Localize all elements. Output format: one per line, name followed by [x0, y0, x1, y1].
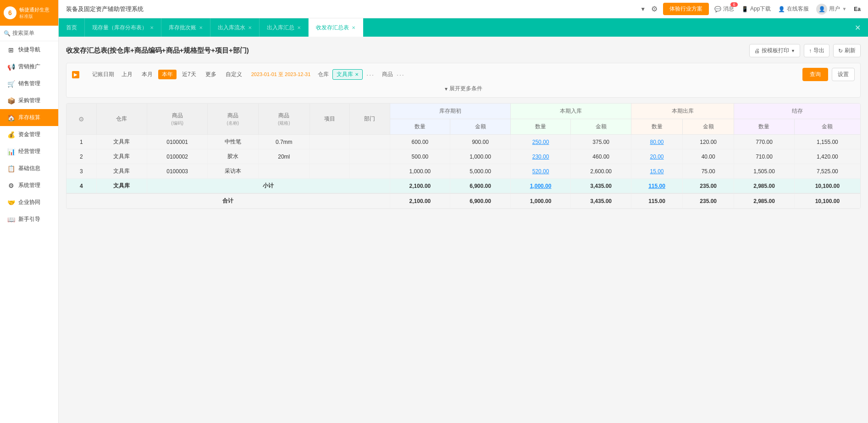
col-outbound-qty: 数量	[631, 119, 682, 135]
refresh-label: 刷新	[845, 47, 856, 55]
row3-opening-qty: 1,000.00	[390, 164, 450, 179]
notification-badge: 6	[730, 2, 738, 7]
tab-inout-summary-close[interactable]: ✕	[297, 25, 301, 30]
warehouse-label: 仓库	[318, 71, 329, 78]
date-option-more[interactable]: 更多	[202, 70, 220, 79]
tab-receive-summary[interactable]: 收发存汇总表 ✕	[309, 18, 363, 37]
finance-icon: 💰	[7, 131, 15, 138]
sidebar-item-system[interactable]: ⚙ 系统管理	[0, 177, 58, 194]
date-option-this-month[interactable]: 本月	[138, 70, 156, 79]
sidebar-item-inventory[interactable]: 🏠 库存核算	[0, 109, 58, 126]
sidebar-label-cooperation: 企业协同	[18, 198, 40, 206]
filter-bar: ▶ 记账日期 上月 本月 本年 近7天 更多 自定义 2023-01-01 至 …	[66, 63, 861, 98]
online-service-item[interactable]: 👤 在线客服	[778, 5, 809, 13]
col-settings-header[interactable]: ⚙	[66, 104, 96, 135]
refresh-btn[interactable]: ↻ 刷新	[833, 44, 861, 57]
date-option-custom[interactable]: 自定义	[222, 70, 246, 79]
tabbar-close-all[interactable]: ✕	[847, 23, 868, 32]
row1-department	[350, 135, 390, 149]
topbar-right: 💬 消息 6 📱 App下载 👤 在线客服 👤 用户 ▼ Ea	[714, 4, 861, 15]
row3-in-amt: 2,600.00	[571, 164, 631, 179]
row3-in-qty[interactable]: 520.00	[510, 164, 571, 179]
filter-toggle-arrow[interactable]: ▶	[72, 71, 79, 78]
sidebar-item-marketing[interactable]: 📢 营销推广	[0, 58, 58, 75]
tab-home[interactable]: 首页	[59, 18, 85, 37]
tab-inventory-dist-close[interactable]: ✕	[150, 25, 154, 30]
tab-inventory-dist-label: 现存量（库存分布表）	[92, 24, 147, 32]
sidebar-label-finance: 资金管理	[18, 131, 40, 138]
user-item[interactable]: 👤 用户 ▼	[816, 4, 846, 15]
row1-in-qty[interactable]: 250.00	[510, 135, 571, 149]
row2-opening-amt: 1,000.00	[450, 149, 511, 164]
sidebar-item-cooperation[interactable]: 🤝 企业协同	[0, 194, 58, 211]
subtotal-in-qty[interactable]: 1,000.00	[510, 179, 571, 194]
row3-product-name: 采访本	[207, 164, 258, 179]
filter-settings-btn[interactable]: 设置	[832, 68, 855, 81]
print-btn[interactable]: 🖨 按模板打印 ▼	[749, 44, 800, 57]
row1-closing-qty: 770.00	[734, 135, 795, 149]
search-icon: 🔍	[4, 30, 11, 37]
footer-row: 合计 2,100.00 6,900.00 1,000.00 3,435.00 1…	[66, 193, 860, 209]
sidebar-label-basic-info: 基础信息	[18, 165, 40, 172]
row3-opening-amt: 5,000.00	[450, 164, 511, 179]
expand-more-btn[interactable]: ▾ 展开更多条件	[445, 85, 482, 93]
row3-product-code: 0100003	[147, 164, 208, 179]
subtotal-out-qty[interactable]: 115.00	[631, 179, 682, 194]
sidebar-item-purchase[interactable]: 📦 采购管理	[0, 92, 58, 109]
date-option-last-month[interactable]: 上月	[118, 70, 136, 79]
topbar: 装备及固定资产辅助管理系统 ▼ ⚙ 体验行业方案 💬 消息 6 📱 App下载 …	[59, 0, 868, 18]
app-logo-text: 畅捷通好生意 标准版	[19, 6, 50, 19]
experience-btn[interactable]: 体验行业方案	[663, 3, 709, 15]
topbar-settings-icon[interactable]: ⚙	[651, 5, 658, 13]
export-btn[interactable]: ↑ 导出	[804, 44, 829, 57]
subtotal-no: 4	[66, 179, 96, 194]
inventory-icon: 🏠	[7, 114, 15, 121]
warehouse-tag[interactable]: 文具库 ✕	[332, 69, 363, 80]
cooperation-icon: 🤝	[7, 199, 15, 206]
product-dots[interactable]: ···	[397, 71, 405, 78]
sidebar-item-sales[interactable]: 🛒 销售管理	[0, 75, 58, 92]
filter-expand-section: ▾ 展开更多条件	[72, 85, 855, 93]
row2-out-qty[interactable]: 20.00	[631, 149, 682, 164]
table-settings-icon[interactable]: ⚙	[78, 115, 84, 123]
row2-opening-qty: 500.00	[390, 149, 450, 164]
col-product-spec-header: 商品(规格)	[258, 104, 310, 135]
footer-opening-qty: 2,100.00	[390, 193, 450, 209]
tab-receive-summary-close[interactable]: ✕	[352, 25, 355, 30]
warehouse-dots[interactable]: ···	[366, 71, 375, 78]
tab-batch-close[interactable]: ✕	[199, 25, 203, 30]
subtotal-in-amt: 3,435.00	[571, 179, 631, 194]
table-row: 1 文具库 0100001 中性笔 0.7mm 600.00 900.00 25…	[66, 135, 860, 149]
query-btn[interactable]: 查询	[802, 68, 828, 81]
row3-out-qty[interactable]: 15.00	[631, 164, 682, 179]
phone-icon: 📱	[741, 6, 748, 12]
app-download-item[interactable]: 📱 App下载	[741, 5, 771, 13]
online-service-label: 在线客服	[787, 5, 809, 13]
sidebar-item-basic-info[interactable]: 📋 基础信息	[0, 160, 58, 177]
tab-inout-flow-close[interactable]: ✕	[248, 25, 252, 30]
warehouse-tag-close[interactable]: ✕	[355, 72, 359, 77]
sidebar-item-operations[interactable]: 📊 经营管理	[0, 143, 58, 160]
tab-inventory-dist[interactable]: 现存量（库存分布表） ✕	[85, 18, 161, 37]
col-department-header: 部门	[350, 104, 390, 135]
col-product-name-header: 商品(名称)	[207, 104, 258, 135]
date-option-this-year[interactable]: 本年	[158, 70, 177, 79]
row3-closing-qty: 1,505.00	[734, 164, 795, 179]
tab-inout-flow[interactable]: 出入库流水 ✕	[210, 18, 260, 37]
table-row: 3 文具库 0100003 采访本 1,000.00 5,000.00 520.…	[66, 164, 860, 179]
subtotal-opening-amt: 6,900.00	[450, 179, 511, 194]
page-title: 收发存汇总表(按仓库+商品编码+商品+规格型号+项目+部门)	[66, 46, 249, 55]
notification-item[interactable]: 💬 消息 6	[714, 5, 734, 13]
date-option-7days[interactable]: 近7天	[178, 70, 200, 79]
tab-batch[interactable]: 库存批次账 ✕	[161, 18, 210, 37]
row2-in-qty[interactable]: 230.00	[510, 149, 571, 164]
notification-icon: 💬	[714, 6, 721, 12]
tab-inout-summary[interactable]: 出入库汇总 ✕	[260, 18, 309, 37]
footer-closing-amt: 10,100.00	[794, 193, 860, 209]
sidebar-item-quick-nav[interactable]: ⊞ 快捷导航	[0, 41, 58, 58]
sidebar-item-guide[interactable]: 📖 新手引导	[0, 211, 58, 228]
sidebar-item-finance[interactable]: 💰 资金管理	[0, 126, 58, 143]
row3-no: 3	[66, 164, 96, 179]
row1-out-qty[interactable]: 80.00	[631, 135, 682, 149]
sidebar-search[interactable]: 🔍 搜索菜单	[0, 26, 58, 41]
